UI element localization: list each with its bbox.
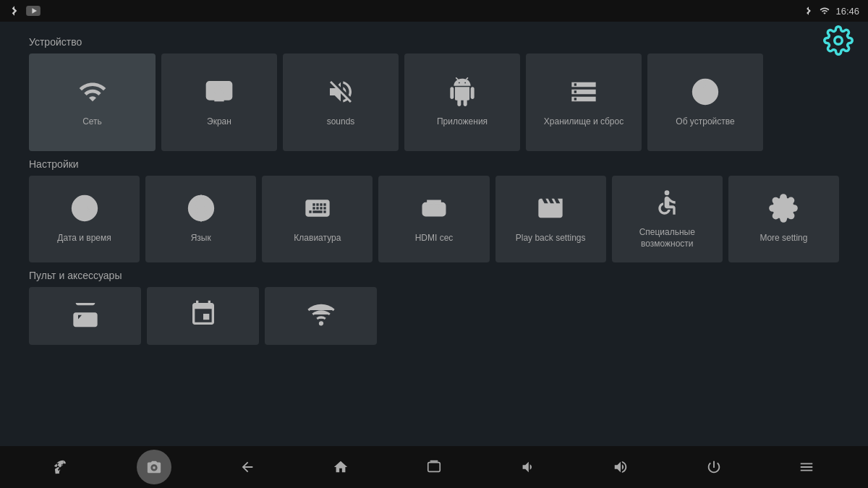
- nav-menu[interactable]: [789, 450, 824, 484]
- tile-apps-label: Приложения: [437, 116, 488, 128]
- svg-point-2: [835, 37, 843, 45]
- remote2-icon: [189, 299, 218, 333]
- remote3-icon: [307, 299, 336, 333]
- tile-remote1[interactable]: [29, 287, 141, 345]
- svg-point-16: [665, 191, 670, 196]
- bluetooth-icon: [804, 6, 814, 16]
- screen-icon: [205, 77, 234, 111]
- svg-rect-20: [428, 463, 441, 472]
- tile-apps[interactable]: Приложения: [404, 53, 520, 151]
- screenshot-icon: [146, 459, 162, 475]
- power-icon: [706, 459, 722, 475]
- globe-icon: [187, 194, 216, 227]
- tile-remote2[interactable]: [147, 287, 259, 345]
- tile-hdmi-label: HDMI cec: [415, 233, 454, 244]
- tile-hdmi[interactable]: HDMI cec: [378, 176, 489, 262]
- clock-icon: [70, 194, 99, 227]
- volume-down-icon: [519, 459, 535, 475]
- info-icon: [691, 77, 720, 111]
- tile-playback-label: Play back settings: [516, 233, 586, 244]
- tile-moresettings[interactable]: More setting: [728, 176, 839, 262]
- svg-rect-21: [430, 461, 438, 462]
- tile-moresettings-label: More setting: [760, 233, 807, 244]
- wifi-icon: [78, 77, 107, 111]
- tile-screen[interactable]: Экран: [161, 53, 277, 151]
- tile-accessibility[interactable]: Специальные возможности: [612, 176, 723, 262]
- section-title-device: Устройство: [29, 36, 839, 48]
- settings-tiles-row: Дата и время Язык Клавиатура: [29, 176, 839, 262]
- tile-sounds[interactable]: sounds: [283, 53, 399, 151]
- keyboard-icon: [303, 194, 332, 227]
- status-right-area: 16:46: [804, 6, 859, 17]
- gear-icon: [823, 25, 854, 56]
- film-icon: [536, 194, 565, 227]
- gear-settings-icon: [769, 194, 798, 227]
- top-right-gear-button[interactable]: [823, 25, 854, 56]
- menu-icon: [799, 459, 814, 475]
- remote1-icon: [71, 299, 100, 333]
- section-title-remote: Пульт и аксессуары: [29, 270, 839, 281]
- tile-storage[interactable]: Хранилище и сброс: [526, 53, 642, 151]
- tile-remote3[interactable]: [265, 287, 377, 345]
- device-tiles-row: Сеть Экран sounds: [29, 53, 839, 151]
- tile-datetime-label: Дата и время: [57, 233, 111, 244]
- tile-network[interactable]: Сеть: [29, 53, 156, 151]
- tile-language[interactable]: Язык: [145, 176, 256, 262]
- rocket-icon: [53, 459, 69, 475]
- svg-point-4: [216, 87, 223, 94]
- tile-datetime[interactable]: Дата и время: [29, 176, 140, 262]
- home-icon: [333, 459, 349, 475]
- tile-storage-label: Хранилище и сброс: [538, 116, 629, 128]
- hdmi-icon: [420, 194, 448, 227]
- nav-bar: [0, 446, 868, 488]
- nav-power[interactable]: [697, 450, 731, 484]
- bluetooth-status-icon: [9, 5, 20, 17]
- tile-sounds-label: sounds: [327, 116, 355, 128]
- volume-up-icon: [613, 459, 629, 475]
- nav-home[interactable]: [323, 450, 358, 484]
- tile-keyboard[interactable]: Клавиатура: [262, 176, 373, 262]
- accessibility-icon: [652, 188, 681, 221]
- nav-screenshot[interactable]: [137, 450, 171, 484]
- tile-language-label: Язык: [191, 233, 211, 244]
- status-time: 16:46: [835, 6, 859, 17]
- sound-off-icon: [326, 77, 355, 111]
- nav-vol-down[interactable]: [510, 450, 545, 484]
- recents-icon: [426, 459, 442, 475]
- tile-accessibility-label: Специальные возможности: [612, 227, 723, 249]
- wifi-status-icon: [820, 6, 830, 16]
- youtube-status-icon: [26, 6, 41, 16]
- svg-point-18: [320, 322, 322, 325]
- status-bar: 16:46: [0, 0, 868, 22]
- section-title-settings: Настройки: [29, 158, 839, 170]
- tile-network-label: Сеть: [82, 116, 102, 128]
- tile-keyboard-label: Клавиатура: [294, 233, 341, 244]
- nav-rocket[interactable]: [43, 450, 78, 484]
- tile-screen-label: Экран: [207, 116, 231, 128]
- tile-about-label: Об устройстве: [676, 116, 734, 128]
- main-content: Устройство Сеть Экран: [0, 22, 868, 446]
- storage-icon: [569, 77, 598, 111]
- remote-tiles-row: [29, 287, 839, 345]
- nav-back[interactable]: [230, 450, 265, 484]
- android-icon: [448, 77, 477, 111]
- back-icon: [239, 459, 255, 475]
- nav-recents[interactable]: [417, 450, 451, 484]
- tile-playback[interactable]: Play back settings: [495, 176, 606, 262]
- status-left-icons: [9, 5, 41, 17]
- svg-point-19: [153, 466, 156, 469]
- tile-about[interactable]: Об устройстве: [647, 53, 763, 151]
- nav-vol-up[interactable]: [603, 450, 638, 484]
